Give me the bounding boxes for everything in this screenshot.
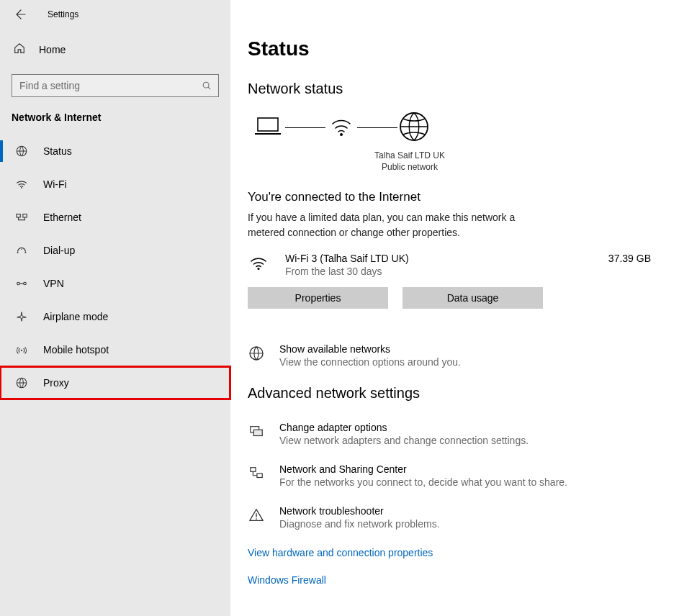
diagram-line: [357, 127, 397, 128]
sidebar-item-label: VPN: [43, 278, 64, 289]
sidebar-nav: Status Wi-Fi Ethernet Dial-up VPN: [0, 135, 230, 399]
wifi-icon: [14, 177, 29, 191]
search-icon: [202, 81, 212, 91]
svg-rect-5: [23, 214, 27, 218]
sidebar-item-label: Ethernet: [43, 212, 81, 223]
show-networks-row[interactable]: Show available networks View the connect…: [248, 343, 680, 368]
svg-point-17: [257, 268, 259, 270]
properties-button[interactable]: Properties: [248, 287, 388, 309]
connected-heading: You're connected to the Internet: [248, 190, 680, 204]
airplane-icon: [14, 309, 29, 324]
svg-point-3: [21, 187, 22, 189]
search-wrap: [12, 74, 219, 97]
svg-rect-20: [253, 430, 262, 435]
vpn-icon: [14, 276, 29, 291]
globe-icon: [248, 345, 265, 362]
svg-line-1: [208, 87, 210, 89]
hotspot-icon: [14, 343, 29, 357]
home-icon: [13, 42, 26, 57]
sharing-icon: [248, 465, 265, 482]
sidebar-item-wifi[interactable]: Wi-Fi: [0, 168, 230, 201]
troubleshooter-row[interactable]: Network troubleshooter Diagnose and fix …: [248, 505, 680, 530]
sharing-title: Network and Sharing Center: [279, 463, 567, 475]
ethernet-icon: [14, 210, 29, 225]
link-hardware-properties[interactable]: View hardware and connection properties: [248, 547, 680, 558]
sidebar-item-label: Airplane mode: [43, 311, 108, 322]
svg-point-24: [256, 518, 257, 520]
troubleshoot-sub: Diagnose and fix network problems.: [279, 518, 440, 530]
sidebar-item-status[interactable]: Status: [0, 135, 230, 168]
search-input[interactable]: [12, 74, 219, 97]
svg-point-15: [340, 133, 343, 136]
sidebar-item-dialup[interactable]: Dial-up: [0, 234, 230, 267]
globe-large-icon: [397, 110, 431, 145]
sidebar-item-label: Mobile hotspot: [43, 344, 109, 355]
show-networks-sub: View the connection options around you.: [279, 356, 461, 368]
svg-point-6: [17, 252, 19, 253]
sidebar-item-label: Proxy: [43, 377, 69, 389]
app-title: Settings: [48, 9, 78, 19]
svg-rect-14: [258, 118, 278, 131]
diagram-line: [285, 127, 325, 128]
connection-size: 37.39 GB: [608, 253, 680, 264]
globe-icon: [14, 144, 29, 158]
link-windows-firewall[interactable]: Windows Firewall: [248, 574, 680, 586]
connection-row: Wi-Fi 3 (Talha Saif LTD UK) From the las…: [248, 253, 680, 277]
dialup-icon: [14, 243, 29, 258]
adapter-title: Change adapter options: [279, 422, 529, 433]
sidebar-item-airplane[interactable]: Airplane mode: [0, 300, 230, 333]
sidebar-item-label: Wi-Fi: [43, 178, 67, 190]
show-networks-title: Show available networks: [279, 343, 461, 355]
sidebar-item-proxy[interactable]: Proxy: [0, 366, 230, 399]
arrow-left-icon: [14, 9, 26, 20]
diagram-network-name: Talha Saif LTD UK: [321, 150, 498, 161]
svg-point-9: [17, 282, 20, 285]
globe-icon: [14, 376, 29, 390]
network-status-heading: Network status: [248, 81, 680, 97]
svg-point-12: [21, 350, 22, 351]
sidebar-item-label: Status: [43, 145, 72, 157]
back-button[interactable]: [10, 4, 30, 24]
sidebar-item-hotspot[interactable]: Mobile hotspot: [0, 333, 230, 366]
svg-point-10: [24, 282, 27, 285]
sidebar: Settings Home Network & Internet Status …: [0, 0, 230, 616]
adapter-options-row[interactable]: Change adapter options View network adap…: [248, 422, 680, 446]
wifi-icon: [248, 253, 269, 274]
svg-rect-21: [251, 468, 256, 472]
network-diagram: [248, 110, 680, 145]
advanced-heading: Advanced network settings: [248, 385, 680, 402]
adapter-icon: [248, 423, 265, 440]
sidebar-home[interactable]: Home: [0, 29, 230, 70]
svg-point-8: [21, 248, 22, 249]
sidebar-item-ethernet[interactable]: Ethernet: [0, 201, 230, 234]
router-wifi-icon: [325, 112, 357, 143]
laptop-icon: [251, 112, 285, 143]
adapter-sub: View network adapters and change connect…: [279, 435, 529, 446]
svg-point-7: [24, 252, 26, 253]
troubleshoot-title: Network troubleshooter: [279, 505, 440, 517]
sidebar-item-label: Dial-up: [43, 245, 75, 256]
titlebar: Settings: [0, 0, 230, 29]
svg-point-0: [203, 82, 209, 88]
sidebar-home-label: Home: [39, 44, 66, 55]
diagram-labels: Talha Saif LTD UK Public network: [321, 150, 498, 173]
svg-rect-4: [17, 214, 20, 218]
sidebar-category-label: Network & Internet: [0, 112, 230, 135]
sharing-center-row[interactable]: Network and Sharing Center For the netwo…: [248, 463, 680, 488]
data-usage-button[interactable]: Data usage: [403, 287, 543, 309]
connection-subtext: From the last 30 days: [285, 266, 409, 277]
sharing-sub: For the networks you connect to, decide …: [279, 476, 567, 488]
main-panel: Status Network status Talha Saif LTD UK …: [230, 0, 697, 616]
connected-description: If you have a limited data plan, you can…: [248, 210, 550, 240]
sidebar-item-vpn[interactable]: VPN: [0, 267, 230, 300]
connection-name: Wi-Fi 3 (Talha Saif LTD UK): [285, 253, 409, 264]
diagram-network-type: Public network: [321, 161, 498, 173]
page-title: Status: [248, 37, 680, 60]
warning-icon: [248, 507, 265, 524]
svg-rect-22: [257, 474, 262, 478]
